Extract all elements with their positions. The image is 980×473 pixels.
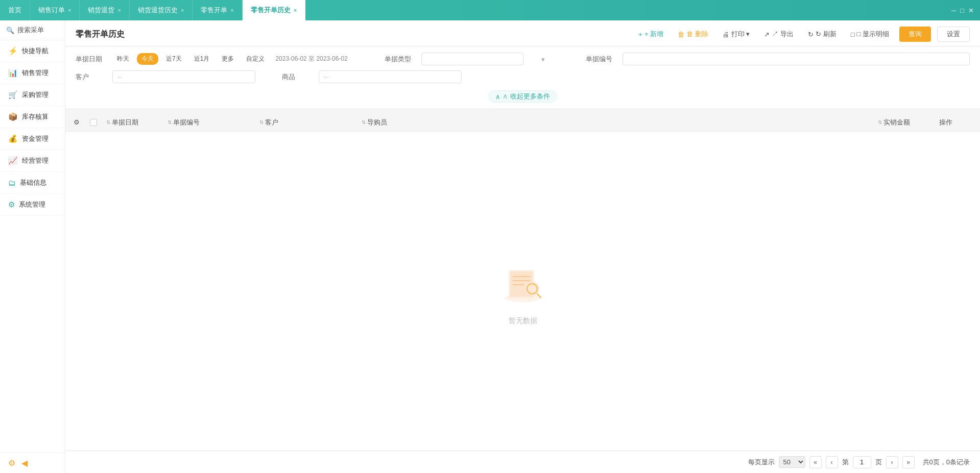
tab-retail-open-history[interactable]: 零售开单历史×	[243, 0, 305, 20]
type-label: 单据类型	[385, 55, 415, 64]
date-btn-7days[interactable]: 近7天	[161, 53, 186, 65]
th-amount-sort-icon: ⇅	[878, 119, 882, 125]
th-date-sort-icon: ⇅	[106, 119, 110, 125]
goods-label: 商品	[282, 72, 313, 82]
sidebar-item-sales-mgmt[interactable]: 📊销售管理	[0, 62, 65, 84]
tab-close-sales-return-history[interactable]: ×	[181, 7, 184, 13]
print-button[interactable]: 🖨 打印 ▾	[719, 28, 754, 41]
delete-button[interactable]: 🗑 🗑 删除	[674, 28, 712, 41]
th-date[interactable]: ⇅ 单据日期	[102, 118, 163, 127]
table-header: ⚙ ⇅ 单据日期 ⇅ 单据编号 ⇅ 客户 ⇅	[65, 113, 980, 132]
tab-home[interactable]: 首页	[0, 0, 30, 20]
total-label: 共0页，0条记录	[923, 458, 970, 467]
maximize-btn[interactable]: □	[960, 7, 964, 14]
tab-close-sales-return[interactable]: ×	[117, 7, 121, 13]
page-label: 第	[842, 458, 849, 467]
tab-retail-open[interactable]: 零售开单×	[193, 0, 242, 20]
refresh-button[interactable]: ↻ ↻ 刷新	[804, 28, 841, 41]
tab-label-retail-open: 零售开单	[201, 6, 227, 15]
sidebar-item-quick-nav[interactable]: ⚡快捷导航	[0, 40, 65, 62]
first-page-btn[interactable]: «	[809, 456, 822, 468]
tab-label-retail-open-history: 零售开单历史	[251, 6, 291, 15]
collapse-icon: ∧	[495, 93, 500, 101]
sidebar-icon-sys-mgmt: ⚙	[8, 200, 15, 209]
th-amount-label: 实销金额	[883, 118, 910, 127]
filter-area: 单据日期 昨天 今天 近7天 近1月 更多 自定义 2023-06-02 至 2…	[65, 46, 980, 109]
filter-dates: 昨天 今天 近7天 近1月 更多 自定义	[112, 53, 269, 65]
sidebar-icon-quick-nav: ⚡	[8, 46, 18, 56]
sidebar-label-purchase-mgmt: 采购管理	[22, 90, 49, 99]
sidebar-icon-purchase-mgmt: 🛒	[8, 90, 18, 99]
pagination: 每页显示 50 100 200 « ‹ 第 页 › » 共0页，0条记录	[65, 451, 980, 473]
sidebar-item-finance[interactable]: 💰资金管理	[0, 128, 65, 150]
sidebar-search-label: 搜索采单	[17, 26, 44, 35]
add-button[interactable]: + + 新增	[634, 28, 667, 41]
collapse-button[interactable]: ∧ ∧ 收起更多条件	[489, 90, 557, 103]
th-ops: 操作	[935, 118, 976, 127]
date-btn-yesterday[interactable]: 昨天	[112, 53, 134, 65]
per-page-select[interactable]: 50 100 200	[779, 456, 805, 468]
sidebar-item-sys-mgmt[interactable]: ⚙系统管理	[0, 194, 65, 216]
page-header: 零售开单历史 + + 新增 🗑 🗑 删除 🖨 打印 ▾ ↗ ↗ 导出	[65, 20, 980, 46]
date-range-display: 2023-06-02 至 2023-06-02	[275, 55, 347, 63]
th-guide-sort-icon: ⇅	[362, 119, 366, 125]
type-select[interactable]	[421, 53, 523, 65]
tab-sales-order[interactable]: 销售订单×	[30, 0, 80, 20]
print-icon: 🖨	[723, 31, 729, 38]
th-guide[interactable]: ⇅ 导购员	[357, 118, 419, 127]
goods-input[interactable]: ···	[319, 70, 462, 83]
next-page-btn[interactable]: ›	[886, 456, 898, 468]
date-btn-today[interactable]: 今天	[137, 53, 158, 65]
select-all-checkbox[interactable]	[90, 119, 97, 126]
collapse-icon[interactable]: ◀	[21, 458, 28, 468]
tab-label-sales-return: 销货退货	[88, 6, 114, 15]
minimize-btn[interactable]: ─	[951, 7, 956, 14]
number-input[interactable]	[623, 53, 970, 65]
settings-icon: ⚙	[74, 118, 80, 126]
th-guide-label: 导购员	[367, 118, 387, 127]
search-icon: 🔍	[6, 27, 14, 34]
tab-close-retail-open[interactable]: ×	[230, 7, 233, 13]
sidebar-label-sales-mgmt: 销售管理	[22, 68, 49, 78]
date-btn-custom[interactable]: 自定义	[242, 53, 269, 65]
refresh-icon: ↻	[808, 31, 814, 38]
close-btn[interactable]: ✕	[968, 7, 974, 14]
sidebar-item-purchase-mgmt[interactable]: 🛒采购管理	[0, 84, 65, 106]
th-check[interactable]	[86, 119, 102, 126]
export-button[interactable]: ↗ ↗ 导出	[760, 28, 798, 41]
display-detail-button[interactable]: □ □ 显示明细	[847, 28, 893, 41]
query-button[interactable]: 查询	[899, 27, 931, 42]
collapse-row: ∧ ∧ 收起更多条件	[76, 88, 970, 106]
customer-label: 客户	[76, 72, 106, 82]
tab-close-retail-open-history[interactable]: ×	[294, 7, 297, 13]
per-page-label: 每页显示	[748, 458, 775, 467]
page-input[interactable]	[853, 456, 871, 468]
tab-close-sales-order[interactable]: ×	[68, 7, 71, 13]
prev-page-btn[interactable]: ‹	[826, 456, 838, 468]
settings-button[interactable]: 设置	[937, 27, 970, 42]
tab-label-home: 首页	[8, 6, 21, 15]
customer-input[interactable]: ···	[112, 70, 255, 83]
sidebar: 🔍 搜索采单 ⚡快捷导航📊销售管理🛒采购管理📦库存核算💰资金管理📈经营管理🗂基础…	[0, 20, 65, 473]
tab-sales-return-history[interactable]: 销货退货历史×	[130, 0, 193, 20]
window-controls: ─ □ ✕	[945, 7, 980, 14]
sidebar-label-sys-mgmt: 系统管理	[19, 200, 45, 209]
sidebar-item-operations[interactable]: 📈经营管理	[0, 150, 65, 172]
sidebar-search[interactable]: 🔍 搜索采单	[0, 20, 65, 40]
settings-icon[interactable]: ⚙	[8, 458, 15, 468]
date-btn-more[interactable]: 更多	[217, 53, 238, 65]
sidebar-bottom: ⚙ ◀	[0, 453, 65, 473]
last-page-btn[interactable]: »	[902, 456, 915, 468]
sidebar-item-base-info[interactable]: 🗂基础信息	[0, 172, 65, 194]
th-customer[interactable]: ⇅ 客户	[255, 118, 357, 127]
date-btn-1month[interactable]: 近1月	[189, 53, 214, 65]
th-amount[interactable]: ⇅ 实销金额	[874, 118, 935, 127]
empty-illustration	[497, 257, 548, 308]
th-settings[interactable]: ⚙	[69, 118, 86, 126]
main-layout: 🔍 搜索采单 ⚡快捷导航📊销售管理🛒采购管理📦库存核算💰资金管理📈经营管理🗂基础…	[0, 20, 980, 473]
sidebar-item-inventory[interactable]: 📦库存核算	[0, 106, 65, 128]
tab-sales-return[interactable]: 销货退货×	[80, 0, 129, 20]
top-tabs: 首页销售订单×销货退货×销货退货历史×零售开单×零售开单历史×	[0, 0, 945, 20]
display-icon: □	[851, 31, 855, 38]
th-number[interactable]: ⇅ 单据编号	[163, 118, 255, 127]
